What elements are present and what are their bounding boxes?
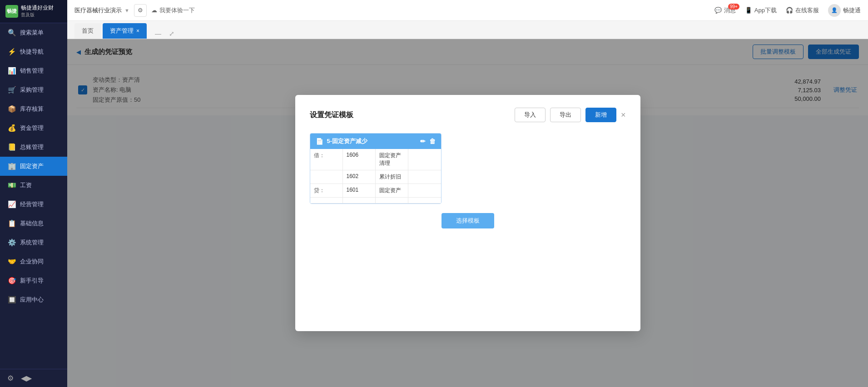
modal-overlay: 设置凭证模板 导入 导出 新增 × bbox=[67, 39, 868, 387]
fixedasset-icon: 🏢 bbox=[7, 162, 16, 171]
tab-assetmgmt[interactable]: 资产管理 × bbox=[103, 23, 147, 39]
user-button[interactable]: 👤 畅捷通 bbox=[828, 4, 861, 17]
sidebar-label-search: 搜索菜单 bbox=[20, 29, 44, 37]
settings-icon[interactable]: ⚙ bbox=[7, 374, 14, 382]
message-button[interactable]: 💬 消息 99+ bbox=[714, 6, 736, 15]
select-template-area: 选择模板 bbox=[310, 213, 626, 228]
support-button[interactable]: 🎧 在线客服 bbox=[786, 6, 819, 15]
sidebar-item-inventory[interactable]: 📦库存核算 bbox=[0, 99, 67, 119]
modal-close-button[interactable]: × bbox=[621, 110, 626, 120]
sidebar-label-inventory: 库存核算 bbox=[20, 105, 44, 113]
message-icon: 💬 bbox=[714, 7, 722, 14]
template-card-header: 📄 5-固定资产减少 ✏ 🗑 bbox=[310, 134, 441, 149]
sidebar-label-collab: 企业协同 bbox=[20, 258, 44, 266]
sidebar-item-fixedasset[interactable]: 🏢固定资产 bbox=[0, 157, 67, 176]
sidebar-item-collab[interactable]: 🤝企业协同 bbox=[0, 252, 67, 271]
sidebar-label-basic: 基础信息 bbox=[20, 219, 44, 228]
topbar-left: 医疗器械行业演示 ▼ ⚙ ☁ 我要体验一下 bbox=[74, 4, 195, 17]
collapse-icon[interactable]: ◀▶ bbox=[21, 374, 32, 382]
support-label: 在线客服 bbox=[795, 6, 819, 15]
tab-home[interactable]: 首页 bbox=[74, 23, 101, 39]
sidebar-item-basic[interactable]: 📋基础信息 bbox=[0, 214, 67, 233]
sidebar-item-finance[interactable]: 💰资金管理 bbox=[0, 119, 67, 138]
export-button[interactable]: 导出 bbox=[550, 108, 581, 122]
sidebar-item-search[interactable]: 🔍搜索菜单 bbox=[0, 23, 67, 42]
ledger-icon: 📒 bbox=[7, 143, 16, 152]
sales-icon: 📊 bbox=[7, 66, 16, 75]
tab-assetmgmt-label: 资产管理 bbox=[110, 27, 134, 35]
nav-tabs: 首页 资产管理 × — ⤢ bbox=[67, 21, 868, 39]
company-chevron-icon: ▼ bbox=[124, 8, 129, 13]
sidebar-label-quicknav: 快捷导航 bbox=[20, 48, 44, 56]
appdownload-icon: 📱 bbox=[745, 7, 752, 14]
debit-label-1: 借： bbox=[310, 149, 343, 170]
sidebar-label-payroll: 工资 bbox=[20, 181, 32, 189]
sidebar-item-system[interactable]: ⚙️系统管理 bbox=[0, 233, 67, 252]
debit-account-2: 累计折旧 bbox=[376, 170, 408, 184]
import-button[interactable]: 导入 bbox=[515, 108, 546, 122]
sidebar-label-finance: 资金管理 bbox=[20, 124, 44, 132]
sidebar: 畅捷 畅捷通好业财 普及版 🔍搜索菜单⚡快捷导航📊销售管理🛒采购管理📦库存核算💰… bbox=[0, 0, 67, 387]
sidebar-item-ledger[interactable]: 📒总账管理 bbox=[0, 138, 67, 157]
tab-home-label: 首页 bbox=[82, 27, 94, 35]
template-card-actions: ✏ 🗑 bbox=[420, 138, 436, 145]
sidebar-logo: 畅捷 畅捷通好业财 普及版 bbox=[0, 0, 67, 23]
sidebar-label-purchase: 采购管理 bbox=[20, 86, 44, 94]
new-template-button[interactable]: 新增 bbox=[585, 108, 616, 122]
modal-title: 设置凭证模板 bbox=[310, 110, 353, 120]
debit-label-2 bbox=[310, 170, 343, 184]
support-icon: 🎧 bbox=[786, 7, 793, 14]
sidebar-nav: 🔍搜索菜单⚡快捷导航📊销售管理🛒采购管理📦库存核算💰资金管理📒总账管理🏢固定资产… bbox=[0, 23, 67, 369]
topbar-gear-button[interactable]: ⚙ bbox=[134, 4, 147, 17]
tab-close-icon[interactable]: × bbox=[136, 28, 139, 34]
message-badge: 99+ bbox=[728, 4, 739, 10]
appdownload-button[interactable]: 📱 App下载 bbox=[745, 6, 777, 15]
sidebar-label-operations: 经营管理 bbox=[20, 200, 44, 208]
sidebar-label-guide: 新手引导 bbox=[20, 277, 44, 285]
sidebar-label-system: 系统管理 bbox=[20, 238, 44, 247]
select-template-button[interactable]: 选择模板 bbox=[441, 213, 494, 228]
credit-label-1: 贷： bbox=[310, 184, 343, 197]
logo-sub: 普及版 bbox=[21, 12, 54, 18]
sidebar-item-payroll[interactable]: 💵工资 bbox=[0, 176, 67, 195]
trial-label: 我要体验一下 bbox=[159, 6, 195, 15]
modal-header-right: 导入 导出 新增 × bbox=[515, 108, 626, 122]
template-edit-icon[interactable]: ✏ bbox=[420, 138, 426, 145]
window-maximize-button[interactable]: ⤢ bbox=[167, 29, 177, 39]
modal-set-template: 设置凭证模板 导入 导出 新增 × bbox=[295, 95, 640, 331]
company-selector[interactable]: 医疗器械行业演示 ▼ bbox=[74, 6, 129, 15]
template-card-body: 借： 1606 固定资产清理 1602 累计折旧 bbox=[310, 149, 441, 203]
sidebar-item-guide[interactable]: 🎯新手引导 bbox=[0, 271, 67, 290]
sidebar-item-quicknav[interactable]: ⚡快捷导航 bbox=[0, 42, 67, 61]
template-delete-icon[interactable]: 🗑 bbox=[429, 138, 436, 145]
credit-extra-1 bbox=[408, 184, 441, 197]
collab-icon: 🤝 bbox=[7, 257, 16, 266]
sidebar-label-ledger: 总账管理 bbox=[20, 143, 44, 151]
template-name: 5-固定资产减少 bbox=[327, 137, 368, 145]
company-name: 医疗器械行业演示 bbox=[74, 6, 122, 15]
sidebar-item-sales[interactable]: 📊销售管理 bbox=[0, 61, 67, 80]
sidebar-bottom: ⚙ ◀▶ bbox=[0, 369, 67, 387]
inventory-icon: 📦 bbox=[7, 104, 16, 114]
sidebar-label-appcenter: 应用中心 bbox=[20, 296, 44, 304]
template-row-empty bbox=[310, 198, 441, 203]
template-row-credit-1: 贷： 1601 固定资产 bbox=[310, 184, 441, 198]
sidebar-item-appcenter[interactable]: 🔲应用中心 bbox=[0, 290, 67, 309]
trial-button[interactable]: ☁ 我要体验一下 bbox=[151, 6, 195, 15]
guide-icon: 🎯 bbox=[7, 276, 16, 285]
debit-extra-2 bbox=[408, 170, 441, 184]
user-label: 畅捷通 bbox=[843, 6, 861, 15]
window-controls: — ⤢ bbox=[153, 29, 177, 39]
template-doc-icon: 📄 bbox=[316, 138, 323, 145]
debit-extra-1 bbox=[408, 149, 441, 170]
avatar: 👤 bbox=[828, 4, 841, 17]
template-card-title: 📄 5-固定资产减少 bbox=[316, 137, 368, 145]
topbar: 医疗器械行业演示 ▼ ⚙ ☁ 我要体验一下 💬 消息 99+ 📱 App下载 bbox=[67, 0, 868, 21]
sidebar-item-purchase[interactable]: 🛒采购管理 bbox=[0, 80, 67, 99]
system-icon: ⚙️ bbox=[7, 238, 16, 247]
debit-code-2: 1602 bbox=[343, 170, 376, 184]
sidebar-item-operations[interactable]: 📈经营管理 bbox=[0, 195, 67, 214]
search-icon: 🔍 bbox=[7, 28, 16, 37]
modal-action-buttons: 导入 导出 新增 bbox=[515, 108, 616, 122]
window-minimize-button[interactable]: — bbox=[153, 29, 163, 39]
